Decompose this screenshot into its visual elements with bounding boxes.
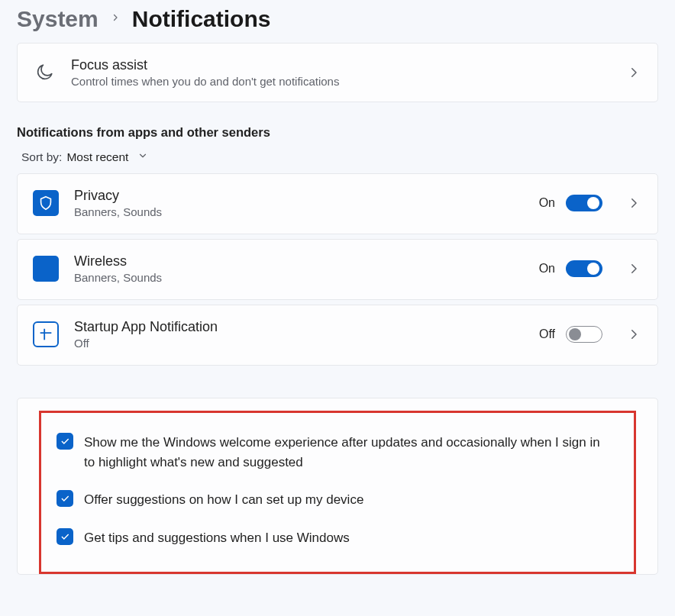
breadcrumb-parent[interactable]: System	[17, 6, 99, 32]
checkbox-row-welcome[interactable]: Show me the Windows welcome experience a…	[50, 424, 625, 481]
checkbox[interactable]	[57, 490, 73, 507]
checkbox-row-setup-suggestions[interactable]: Offer suggestions on how I can set up my…	[50, 481, 625, 519]
focus-assist-subtitle: Control times when you do and don't get …	[71, 75, 610, 88]
app-name: Startup App Notification	[74, 319, 524, 335]
app-row-wireless[interactable]: Wireless Banners, Sounds On	[17, 239, 658, 300]
toggle-switch[interactable]	[566, 260, 602, 277]
toggle-state-label: On	[539, 262, 555, 276]
app-name: Wireless	[74, 253, 524, 269]
chevron-right-icon	[627, 196, 641, 210]
app-sub: Banners, Sounds	[74, 205, 524, 218]
toggle-switch[interactable]	[566, 195, 602, 211]
app-row-startup[interactable]: Startup App Notification Off Off	[17, 305, 658, 366]
shield-icon	[33, 190, 59, 216]
checkbox-row-tips[interactable]: Get tips and suggestions when I use Wind…	[50, 519, 625, 557]
focus-assist-row[interactable]: Focus assist Control times when you do a…	[18, 44, 657, 102]
checkbox-label: Show me the Windows welcome experience a…	[84, 433, 603, 472]
toggle-state-label: On	[539, 196, 555, 210]
toggle-switch[interactable]	[566, 326, 602, 343]
apps-section-label: Notifications from apps and other sender…	[17, 125, 658, 140]
sort-by-dropdown[interactable]: Sort by: Most recent	[17, 150, 658, 173]
moon-icon	[34, 63, 54, 82]
chevron-right-icon	[627, 327, 641, 341]
chevron-right-icon	[111, 12, 120, 26]
chevron-down-icon	[137, 150, 148, 164]
page-title: Notifications	[132, 6, 271, 32]
sort-label: Sort by:	[21, 150, 62, 164]
app-name: Privacy	[74, 188, 524, 204]
chevron-right-icon	[627, 66, 641, 79]
square-icon	[33, 256, 59, 282]
checkbox[interactable]	[57, 433, 73, 450]
app-sub: Banners, Sounds	[74, 271, 524, 284]
focus-assist-card[interactable]: Focus assist Control times when you do a…	[17, 43, 658, 102]
focus-assist-title: Focus assist	[71, 57, 610, 73]
chevron-right-icon	[627, 262, 641, 276]
app-sub: Off	[74, 337, 524, 350]
additional-settings-card: Show me the Windows welcome experience a…	[17, 398, 658, 575]
app-row-privacy[interactable]: Privacy Banners, Sounds On	[17, 173, 658, 234]
annotation-highlight: Show me the Windows welcome experience a…	[39, 411, 636, 574]
checkbox-label: Get tips and suggestions when I use Wind…	[84, 528, 350, 548]
checkbox-label: Offer suggestions on how I can set up my…	[84, 490, 363, 510]
toggle-state-label: Off	[539, 327, 555, 341]
sort-value: Most recent	[66, 150, 128, 164]
checkbox[interactable]	[57, 528, 73, 545]
breadcrumb: System Notifications	[17, 0, 658, 43]
layout-icon	[33, 321, 59, 347]
